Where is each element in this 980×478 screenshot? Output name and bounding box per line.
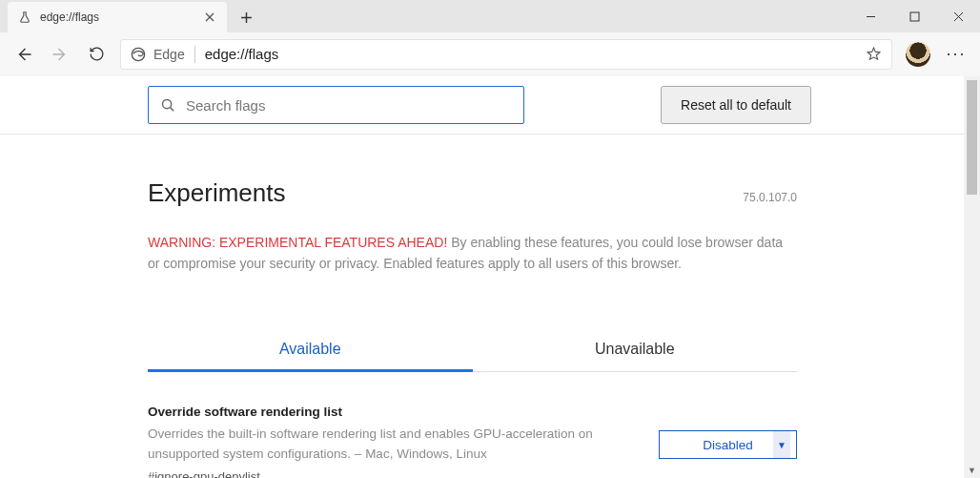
chevron-down-icon: ▼ <box>773 431 790 458</box>
tab-available[interactable]: Available <box>148 327 473 371</box>
scroll-down-icon[interactable]: ▼ <box>964 462 980 478</box>
flag-state-select[interactable]: Disabled ▼ <box>659 430 797 459</box>
tab-close-button[interactable] <box>202 10 217 25</box>
flags-header-row: Reset all to default <box>0 76 964 135</box>
scrollbar-thumb[interactable] <box>967 80 977 195</box>
site-identity: Edge <box>131 47 185 62</box>
svg-rect-0 <box>910 12 919 21</box>
browser-tab[interactable]: edge://flags <box>8 2 227 32</box>
version-label: 75.0.107.0 <box>743 191 797 204</box>
warning-prefix: WARNING: EXPERIMENTAL FEATURES AHEAD! <box>148 235 447 250</box>
address-url: edge://flags <box>205 46 856 62</box>
address-bar[interactable]: Edge edge://flags <box>120 39 892 70</box>
address-separator <box>194 46 195 63</box>
back-button[interactable] <box>6 36 42 73</box>
warning-text: WARNING: EXPERIMENTAL FEATURES AHEAD! By… <box>148 233 797 274</box>
browser-toolbar: Edge edge://flags ··· <box>0 32 980 76</box>
flag-title: Override software rendering list <box>148 405 640 419</box>
flag-hash-link[interactable]: #ignore-gpu-denylist <box>148 469 260 478</box>
forward-button[interactable] <box>42 36 78 73</box>
search-input[interactable] <box>186 97 512 114</box>
window-minimize-button[interactable] <box>848 0 892 32</box>
new-tab-button[interactable] <box>233 4 259 31</box>
page-content: Reset all to default Experiments 75.0.10… <box>0 76 964 478</box>
reset-all-button[interactable]: Reset all to default <box>661 86 811 124</box>
window-titlebar: edge://flags <box>0 0 980 32</box>
svg-point-2 <box>162 99 171 108</box>
flask-icon <box>17 10 32 25</box>
window-close-button[interactable] <box>936 0 980 32</box>
vertical-scrollbar[interactable]: ▲ ▼ <box>964 76 980 478</box>
flag-description: Overrides the built-in software renderin… <box>148 425 640 464</box>
settings-menu-button[interactable]: ··· <box>938 44 974 64</box>
search-icon <box>160 97 176 114</box>
tab-title: edge://flags <box>40 10 99 24</box>
flag-state-value: Disabled <box>703 438 753 452</box>
refresh-button[interactable] <box>78 36 114 73</box>
window-maximize-button[interactable] <box>892 0 936 32</box>
flags-tabs: Available Unavailable <box>148 327 797 372</box>
favorite-button[interactable] <box>866 46 882 62</box>
tab-unavailable[interactable]: Unavailable <box>473 327 798 371</box>
edge-logo-icon <box>131 47 146 62</box>
search-flags-box[interactable] <box>148 86 524 124</box>
flag-item: Override software rendering list Overrid… <box>148 405 797 478</box>
site-identity-label: Edge <box>153 47 185 62</box>
profile-avatar[interactable] <box>906 42 930 67</box>
page-title: Experiments <box>148 178 286 208</box>
